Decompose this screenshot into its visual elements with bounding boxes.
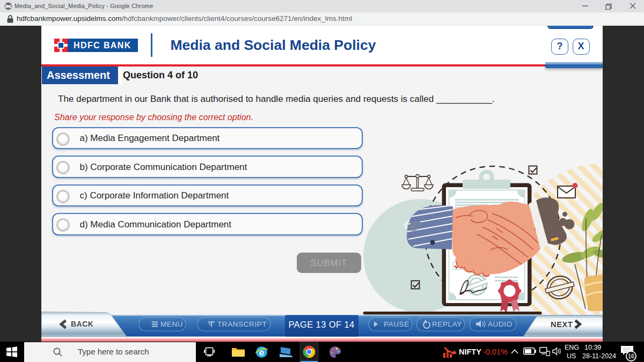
svg-text:NEXT: NEXT <box>551 320 573 329</box>
svg-text:REPLAY: REPLAY <box>432 320 462 328</box>
svg-text:PAUSE: PAUSE <box>384 320 409 328</box>
svg-text:16: 16 <box>628 353 634 359</box>
svg-text:AUDIO: AUDIO <box>488 320 513 328</box>
svg-text:HDFC BANK: HDFC BANK <box>74 41 131 50</box>
svg-text:PAGE 13 OF 14: PAGE 13 OF 14 <box>288 320 354 329</box>
svg-text:MENU: MENU <box>160 320 183 328</box>
svg-text:TRANSCRIPT: TRANSCRIPT <box>217 320 267 328</box>
svg-text:BACK: BACK <box>71 320 93 328</box>
